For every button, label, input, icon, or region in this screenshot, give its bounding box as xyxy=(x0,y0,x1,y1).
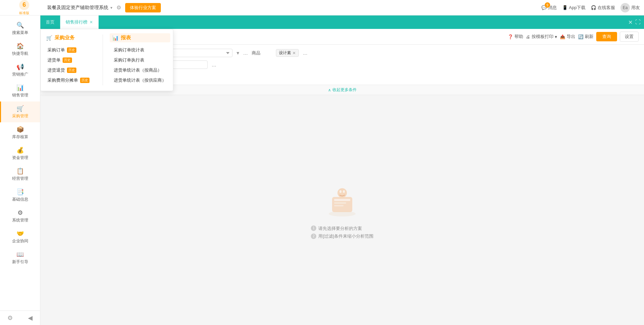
dropdown-report-order-exec[interactable]: 采购订单执行表 xyxy=(112,55,168,65)
print-button[interactable]: 🖨 按模板打印 ▾ xyxy=(526,34,557,40)
dropdown-report-incoming-supplier[interactable]: 进货单统计表（按供应商） xyxy=(112,75,168,85)
doc-status-ellipsis[interactable]: ... xyxy=(243,50,248,56)
doc-status-expand-icon: ▾ xyxy=(237,50,239,56)
header-settings-icon[interactable]: ⚙ xyxy=(116,4,121,11)
export-button[interactable]: 📤 导出 xyxy=(560,34,575,40)
tab-home-label: 首页 xyxy=(46,19,55,25)
guide-icon: 📖 xyxy=(16,251,24,258)
report-incoming-supplier-label: 进货单统计表（按供应商） xyxy=(114,77,166,83)
app-download-label: App下载 xyxy=(569,5,585,11)
history-badge-3: 历史 xyxy=(80,78,90,83)
goods-tag-text: 设计素 xyxy=(279,50,291,56)
sidebar-item-quick-nav[interactable]: 🏠 快捷导航 xyxy=(0,39,40,60)
sidebar-label-quick-nav: 快捷导航 xyxy=(12,51,28,56)
report-incoming-goods-label: 进货单统计表（按商品） xyxy=(114,67,162,73)
capital-icon: 💰 xyxy=(16,147,24,154)
sidebar-item-marketing[interactable]: 📢 营销推广 xyxy=(0,60,40,81)
sidebar-bottom: ⚙ ◀ xyxy=(0,311,40,325)
sidebar-label-operations: 经营管理 xyxy=(12,176,28,181)
sidebar-item-sales[interactable]: 📊 销售管理 xyxy=(0,81,40,101)
tab-close-icon[interactable]: ✕ xyxy=(90,20,93,25)
doc-status-select[interactable] xyxy=(172,49,232,57)
user-item[interactable]: Ea 用友 xyxy=(620,3,640,12)
sidebar-item-capital[interactable]: 💰 资金管理 xyxy=(0,143,40,164)
sidebar-label-marketing: 营销推广 xyxy=(12,72,28,77)
sidebar-item-guide[interactable]: 📖 新手引导 xyxy=(0,247,40,268)
dropdown-report-incoming-goods[interactable]: 进货单统计表（按商品） xyxy=(112,65,168,75)
dropdown-incoming[interactable]: 进货单 历史 xyxy=(46,55,93,65)
tab-sales-rank[interactable]: 销售排行榜 ✕ xyxy=(60,15,99,29)
sidebar-collapse-btn[interactable]: ◀ xyxy=(28,314,33,322)
empty-hint-1: 1 请先选择要分析的方案 xyxy=(311,225,373,232)
sidebar-item-search[interactable]: 🔍 搜索菜单 xyxy=(0,18,40,39)
expense-label: 采购费用分摊单 xyxy=(47,77,78,83)
help-label: 帮助 xyxy=(514,34,523,40)
sidebar-item-inventory[interactable]: 📦 库存核算 xyxy=(0,122,40,143)
sidebar-item-system[interactable]: ⚙ 系统管理 xyxy=(0,206,40,227)
sidebar-item-operations[interactable]: 📋 经营管理 xyxy=(0,164,40,185)
empty-illustration xyxy=(322,180,362,220)
report-order-stat-label: 采购订单统计表 xyxy=(114,47,144,53)
logo-icon: 6 xyxy=(19,0,30,10)
operations-icon: 📋 xyxy=(16,167,24,175)
mobile-icon: 📱 xyxy=(562,5,568,10)
system-title-area: 装餐及固定资产辅助管理系统 ▾ ⚙ 体验行业方案 xyxy=(47,3,541,12)
sidebar-label-capital: 资金管理 xyxy=(12,155,28,161)
dropdown-report-order-stat[interactable]: 采购订单统计表 xyxy=(112,45,168,55)
goods-tag-close[interactable]: ✕ xyxy=(292,51,296,55)
basic-info-icon: 📑 xyxy=(16,188,24,196)
tab-fullscreen-btn[interactable]: ⛶ xyxy=(635,19,641,25)
svg-point-9 xyxy=(343,190,345,193)
refresh-button[interactable]: 🔄 刷新 xyxy=(578,34,594,40)
refresh-icon: 🔄 xyxy=(578,34,583,39)
dropdown-purchase-order[interactable]: 采购订单 历史 xyxy=(46,45,93,55)
system-icon: ⚙ xyxy=(17,209,23,216)
goods-tag: 设计素 ✕ xyxy=(276,49,299,57)
marketing-icon: 📢 xyxy=(16,63,24,71)
sidebar-settings-btn[interactable]: ⚙ xyxy=(7,314,13,322)
dropdown-expense[interactable]: 采购费用分摊单 历史 xyxy=(46,75,93,85)
tab-bar: 首页 销售排行榜 ✕ ✕ ⛶ xyxy=(40,15,644,29)
svg-point-8 xyxy=(339,190,342,193)
app-download-item[interactable]: 📱 App下载 xyxy=(562,5,585,11)
help-button[interactable]: ❓ 帮助 xyxy=(508,34,523,40)
notifications-item[interactable]: 💬 9 消息 xyxy=(541,5,557,11)
dropdown-columns: 🛒 采购业务 采购订单 历史 进货单 历史 进货退货 历史 xyxy=(41,29,173,91)
help-icon: ❓ xyxy=(508,34,513,39)
settings-button[interactable]: 设置 xyxy=(620,32,639,42)
toolbar-right: ❓ 帮助 🖨 按模板打印 ▾ 📤 导出 🔄 刷新 查询 设置 xyxy=(508,32,639,42)
purchase-dropdown-menu: 🛒 采购业务 采购订单 历史 进货单 历史 进货退货 历史 xyxy=(40,29,173,91)
tab-close-window-btn[interactable]: ✕ xyxy=(628,19,633,26)
online-service-item[interactable]: 🎧 在线客服 xyxy=(591,5,615,11)
collapse-label: 收起更多条件 xyxy=(332,87,357,93)
query-button[interactable]: 查询 xyxy=(596,32,617,41)
export-icon: 📤 xyxy=(560,34,565,39)
sidebar: 🔍 搜索菜单 🏠 快捷导航 📢 营销推广 📊 销售管理 🛒 采购管理 📦 库存核… xyxy=(0,15,40,325)
report-col-title: 报表 xyxy=(121,35,131,41)
print-dropdown-arrow: ▾ xyxy=(555,34,557,39)
logo-area: 6 标准版 xyxy=(4,0,44,15)
sidebar-label-purchase: 采购管理 xyxy=(12,113,28,119)
sidebar-item-basic-info[interactable]: 📑 基础信息 xyxy=(0,185,40,206)
svg-text:6: 6 xyxy=(23,1,26,8)
sidebar-item-enterprise[interactable]: 🤝 企业协同 xyxy=(0,227,40,247)
system-title-text: 装餐及固定资产辅助管理系统 xyxy=(47,5,108,11)
trial-button[interactable]: 体验行业方案 xyxy=(125,3,161,12)
sidebar-item-purchase[interactable]: 🛒 采购管理 xyxy=(0,101,40,122)
content-area: 首页 销售排行榜 ✕ ✕ ⛶ ❓ 帮助 🖨 按模板打印 ▾ xyxy=(40,15,644,325)
empty-hint-2: 2 用[过滤]条件来缩小分析范围 xyxy=(311,232,373,240)
purchase-col: 🛒 采购业务 采购订单 历史 进货单 历史 进货退货 历史 xyxy=(46,35,93,85)
top-header: 6 标准版 装餐及固定资产辅助管理系统 ▾ ⚙ 体验行业方案 💬 9 消息 📱 … xyxy=(0,0,644,15)
sidebar-label-sales: 销售管理 xyxy=(12,92,28,98)
purchase-order-label: 采购订单 xyxy=(47,47,65,53)
tab-home[interactable]: 首页 xyxy=(40,15,60,29)
salesperson-ellipsis[interactable]: ... xyxy=(212,62,216,68)
title-dropdown-arrow[interactable]: ▾ xyxy=(110,5,112,10)
dropdown-return[interactable]: 进货退货 历史 xyxy=(46,65,93,75)
enterprise-icon: 🤝 xyxy=(16,230,24,237)
notifications-badge-wrap: 💬 9 xyxy=(541,5,547,10)
report-order-exec-label: 采购订单执行表 xyxy=(114,57,144,63)
avatar: Ea xyxy=(620,3,630,12)
goods-ellipsis[interactable]: ... xyxy=(303,50,307,56)
sidebar-label-guide: 新手引导 xyxy=(12,259,28,265)
